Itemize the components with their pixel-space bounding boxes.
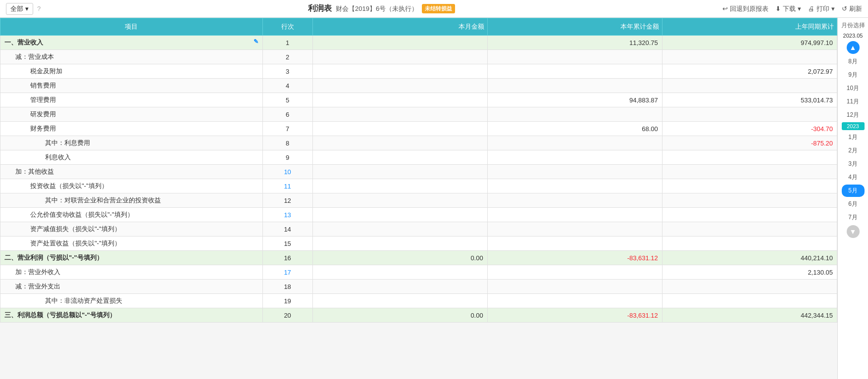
cell-prev: 2,130.05: [662, 265, 837, 280]
cell-prev: 2,072.97: [662, 64, 837, 79]
cell-month: [312, 64, 487, 79]
month-item[interactable]: 10月: [842, 82, 865, 95]
header-rownum: 行次: [262, 18, 312, 36]
month-item[interactable]: 2023: [842, 122, 865, 130]
cell-rownum: 15: [262, 237, 312, 251]
download-button[interactable]: ⬇ 下载 ▾: [775, 4, 801, 13]
edit-icon[interactable]: ✎: [254, 38, 258, 45]
cell-item: 加：营业外收入: [0, 265, 263, 280]
sidebar-up-button[interactable]: ▲: [847, 41, 860, 54]
page-wrapper: 全部 ▾ ? 利润表 财会【2019】6号（未执行） 未结转损益 ↩ 回退到原报…: [0, 0, 868, 379]
refresh-button[interactable]: ↺ 刷新: [842, 4, 862, 13]
cell-prev: [662, 208, 837, 222]
cell-year: [487, 150, 662, 165]
item-label: 其中：利息费用: [45, 139, 90, 146]
month-item[interactable]: 6月: [842, 198, 865, 210]
month-item[interactable]: 7月: [842, 211, 865, 224]
selector-label: 全部: [10, 4, 23, 13]
selector-dropdown[interactable]: 全部 ▾: [6, 3, 33, 15]
cell-rownum[interactable]: 17: [262, 265, 312, 280]
month-item[interactable]: 8月: [842, 55, 865, 68]
cell-year: [487, 208, 662, 222]
cell-month: [312, 93, 487, 107]
sidebar-title: 月份选择: [840, 20, 866, 32]
month-item[interactable]: 1月: [842, 131, 865, 143]
cell-prev: [662, 280, 837, 294]
cell-prev: -875.20: [662, 136, 837, 150]
refresh-icon: ↺: [842, 5, 847, 12]
top-bar: 全部 ▾ ? 利润表 财会【2019】6号（未执行） 未结转损益 ↩ 回退到原报…: [0, 0, 868, 18]
cell-prev: 533,014.73: [662, 93, 837, 107]
print-button[interactable]: 🖨 打印 ▾: [808, 4, 835, 13]
cell-prev: [662, 165, 837, 179]
cell-rownum: 19: [262, 294, 312, 308]
item-label: 加：其他收益: [15, 168, 54, 175]
table-header-row: 项目 行次 本月金额 本年累计金额 上年同期累计: [0, 18, 837, 36]
item-label: 三、利润总额（亏损总额以"-"号填列）: [4, 311, 116, 319]
month-item[interactable]: 12月: [842, 109, 865, 121]
item-label: 加：营业外收入: [15, 268, 60, 276]
month-item[interactable]: 5月: [842, 185, 865, 197]
month-item[interactable]: 2月: [842, 144, 865, 157]
return-button[interactable]: ↩ 回退到原报表: [722, 4, 768, 13]
item-label: 销售费用: [30, 82, 56, 89]
cell-year: [487, 237, 662, 251]
question-icon[interactable]: ?: [37, 5, 41, 12]
item-label: 利息收入: [45, 153, 71, 161]
table-row: 销售费用4: [0, 79, 837, 93]
cell-month: [312, 36, 487, 50]
cell-rownum[interactable]: 10: [262, 165, 312, 179]
chevron-down-icon: ▾: [25, 5, 29, 12]
cell-rownum: 3: [262, 64, 312, 79]
item-label: 减：营业外支出: [15, 283, 60, 290]
cell-year: [487, 193, 662, 208]
cell-item: 其中：对联营企业和合营企业的投资收益: [0, 193, 263, 208]
cell-item: 其中：利息费用: [0, 136, 263, 150]
cell-prev: [662, 222, 837, 237]
cell-rownum: 12: [262, 193, 312, 208]
month-item[interactable]: 9月: [842, 69, 865, 81]
cell-year: [487, 50, 662, 64]
cell-rownum: 4: [262, 79, 312, 93]
cell-item: 三、利润总额（亏损总额以"-"号填列）: [0, 308, 263, 323]
sidebar-year: 2023.05: [842, 32, 864, 40]
item-label: 其中：非流动资产处置损失: [45, 297, 122, 304]
table-row: 资产处置收益（损失以"-"填列）15: [0, 237, 837, 251]
cell-prev: [662, 150, 837, 165]
cell-rownum: 6: [262, 107, 312, 122]
month-item[interactable]: 3月: [842, 158, 865, 170]
cell-item: 利息收入: [0, 150, 263, 165]
table-row: 减：营业外支出18: [0, 280, 837, 294]
cell-prev: [662, 179, 837, 193]
cell-item: 二、营业利润（亏损以"-"号填列）: [0, 251, 263, 265]
cell-year: [487, 265, 662, 280]
table-row: 三、利润总额（亏损总额以"-"号填列）200.00-83,631.12442,3…: [0, 308, 837, 323]
header-month: 本月金额: [312, 18, 487, 36]
cell-year: [487, 165, 662, 179]
print-label: 打印: [817, 4, 829, 13]
month-item[interactable]: 11月: [842, 95, 865, 108]
table-row: 资产减值损失（损失以"-"填列）14: [0, 222, 837, 237]
table-area[interactable]: 项目 行次 本月金额 本年累计金额 上年同期累计 一、营业收入✎111,320.…: [0, 18, 837, 379]
cell-item: 资产减值损失（损失以"-"填列）: [0, 222, 263, 237]
sidebar-down-button[interactable]: ▼: [847, 225, 860, 238]
cell-item: 管理费用: [0, 93, 263, 107]
cell-month: [312, 265, 487, 280]
cell-rownum[interactable]: 13: [262, 208, 312, 222]
header-year: 本年累计金额: [487, 18, 662, 36]
table-row: 二、营业利润（亏损以"-"号填列）160.00-83,631.12440,214…: [0, 251, 837, 265]
cell-item: 公允价值变动收益（损失以"-"填列）: [0, 208, 263, 222]
cell-rownum[interactable]: 11: [262, 179, 312, 193]
cell-month: [312, 107, 487, 122]
table-row: 其中：对联营企业和合营企业的投资收益12: [0, 193, 837, 208]
table-row: 财务费用768.00-304.70: [0, 122, 837, 136]
cell-item: 减：营业成本: [0, 50, 263, 64]
page-title: 利润表: [308, 3, 332, 14]
subtitle: 财会【2019】6号（未执行）: [336, 4, 418, 13]
cell-year: 94,883.87: [487, 93, 662, 107]
table-row: 研发费用6: [0, 107, 837, 122]
month-item[interactable]: 4月: [842, 171, 865, 184]
cell-month: [312, 280, 487, 294]
download-icon: ⬇: [775, 5, 781, 12]
cell-month: [312, 165, 487, 179]
